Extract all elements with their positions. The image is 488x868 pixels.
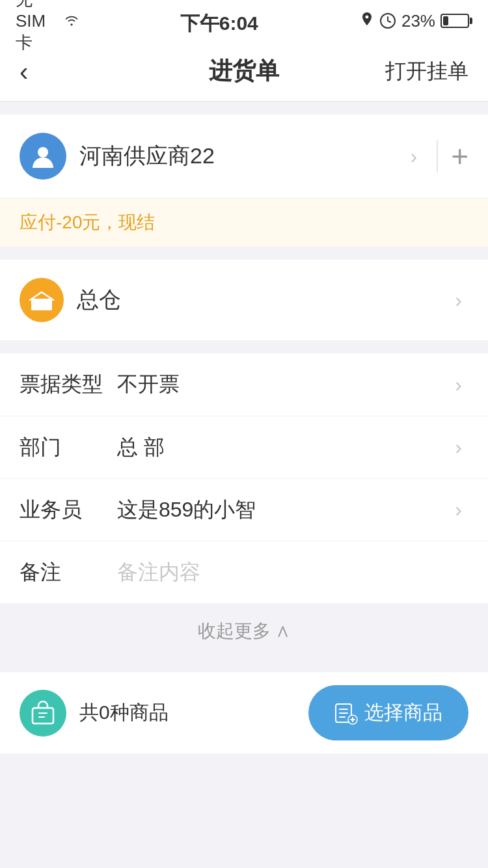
location-icon [360, 12, 374, 29]
salesperson-value: 这是859的小智 [104, 496, 455, 524]
divider [437, 140, 438, 172]
remark-label: 备注 [20, 558, 104, 587]
section-gap-3 [0, 340, 488, 353]
department-label: 部门 [20, 433, 104, 462]
page-title: 进货单 [209, 55, 279, 87]
warehouse-row[interactable]: 总仓 › [0, 260, 488, 340]
warehouse-icon [20, 278, 64, 322]
department-chevron-icon: › [455, 435, 462, 459]
section-gap-2 [0, 247, 488, 260]
bottom-bar: 共0种商品 选择商品 [0, 672, 488, 753]
collapse-label: 收起更多 ∧ [198, 619, 291, 644]
supplier-notice: 应付-20元，现结 [0, 198, 488, 247]
form-card: 票据类型 不开票 › 部门 总 部 › 业务员 这是859的小智 › 备注 备注… [0, 353, 488, 603]
section-gap-1 [0, 102, 488, 115]
supplier-chevron-icon: › [410, 144, 417, 169]
warehouse-chevron-icon: › [455, 288, 462, 312]
select-product-label: 选择商品 [364, 699, 442, 726]
warehouse-name: 总仓 [77, 285, 455, 315]
invoice-type-chevron-icon: › [455, 373, 462, 397]
remark-row[interactable]: 备注 备注内容 [0, 541, 488, 603]
battery-icon [441, 14, 472, 28]
carrier-label: 无 SIM 卡 [16, 0, 59, 54]
svg-point-1 [38, 147, 48, 157]
select-product-button[interactable]: 选择商品 [308, 685, 468, 740]
shopping-bag-icon [29, 699, 57, 727]
cart-icon-wrap [20, 690, 66, 737]
supplier-card: 河南供应商22 › + 应付-20元，现结 [0, 115, 488, 247]
department-value: 总 部 [104, 433, 455, 462]
supplier-name: 河南供应商22 [79, 141, 410, 171]
wifi-icon [65, 12, 78, 29]
salesperson-chevron-icon: › [455, 498, 462, 522]
open-pending-button[interactable]: 打开挂单 [385, 57, 468, 86]
department-row[interactable]: 部门 总 部 › [0, 416, 488, 478]
status-left: 无 SIM 卡 [16, 0, 79, 54]
supplier-row[interactable]: 河南供应商22 › + [0, 115, 488, 198]
invoice-type-row[interactable]: 票据类型 不开票 › [0, 353, 488, 416]
invoice-type-label: 票据类型 [20, 370, 104, 399]
section-gap-4 [0, 659, 488, 672]
warehouse-card: 总仓 › [0, 260, 488, 340]
select-product-icon [334, 701, 358, 725]
status-bar: 无 SIM 卡 下午6:04 23% [0, 0, 488, 42]
product-count-label: 共0种商品 [79, 699, 295, 726]
salesperson-row[interactable]: 业务员 这是859的小智 › [0, 478, 488, 541]
supplier-avatar [20, 133, 66, 180]
time-label: 下午6:04 [180, 10, 258, 37]
remark-value: 备注内容 [104, 558, 468, 587]
status-right: 23% [360, 11, 472, 31]
back-button[interactable]: ‹ [20, 59, 28, 85]
salesperson-label: 业务员 [20, 496, 104, 524]
svg-rect-3 [33, 708, 53, 724]
collapse-row[interactable]: 收起更多 ∧ [0, 603, 488, 659]
battery-label: 23% [401, 11, 435, 31]
svg-rect-2 [31, 299, 52, 310]
invoice-type-value: 不开票 [104, 370, 455, 399]
clock-icon [379, 12, 396, 29]
add-supplier-button[interactable]: + [451, 141, 468, 171]
